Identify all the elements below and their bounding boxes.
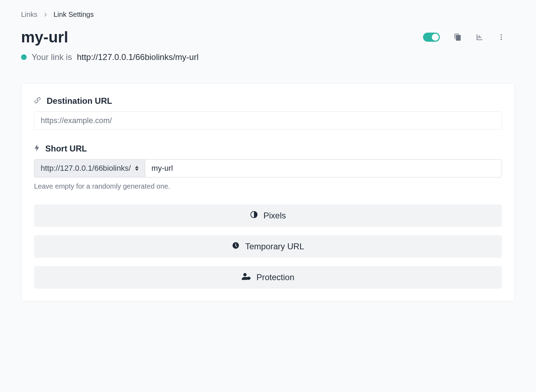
protection-accordion[interactable]: Protection	[34, 266, 502, 289]
svg-point-4	[243, 273, 247, 276]
link-url[interactable]: http://127.0.0.1/66biolinks/my-url	[77, 52, 199, 62]
status-dot	[21, 54, 27, 60]
destination-url-field: Destination URL	[34, 96, 502, 130]
enable-toggle[interactable]	[423, 33, 440, 42]
short-url-input-group: http://127.0.0.1/66biolinks/	[34, 159, 502, 177]
short-url-help: Leave empty for a randomly generated one…	[34, 182, 502, 190]
domain-select-value: http://127.0.0.1/66biolinks/	[41, 164, 131, 173]
page-header: my-url	[21, 28, 515, 46]
clock-icon	[232, 242, 240, 251]
svg-point-2	[501, 39, 502, 40]
temporary-url-label: Temporary URL	[245, 242, 304, 251]
destination-url-input[interactable]	[34, 111, 502, 130]
settings-card: Destination URL Short URL http://127.0.0…	[21, 83, 515, 302]
chevron-right-icon	[44, 12, 47, 18]
breadcrumb-current: Link Settings	[54, 11, 94, 19]
pixels-label: Pixels	[263, 211, 286, 221]
header-actions	[423, 33, 515, 42]
svg-point-0	[501, 34, 502, 36]
page-title: my-url	[21, 28, 68, 46]
destination-url-label: Destination URL	[34, 96, 502, 106]
user-shield-icon	[242, 272, 251, 282]
link-status-line: Your link is http://127.0.0.1/66biolinks…	[21, 52, 515, 62]
short-url-label: Short URL	[34, 144, 502, 154]
svg-point-1	[501, 36, 502, 38]
temporary-url-accordion[interactable]: Temporary URL	[34, 235, 502, 258]
pixels-accordion[interactable]: Pixels	[34, 204, 502, 227]
more-menu-icon[interactable]	[497, 33, 505, 41]
short-url-slug-input[interactable]	[145, 159, 502, 177]
breadcrumb: Links Link Settings	[21, 11, 515, 19]
select-caret-icon	[135, 166, 139, 171]
link-icon	[34, 96, 41, 106]
statistics-icon[interactable]	[476, 33, 483, 41]
link-label: Your link is	[32, 52, 72, 62]
copy-icon[interactable]	[454, 33, 462, 41]
bolt-icon	[34, 144, 40, 154]
contrast-icon	[250, 211, 258, 221]
breadcrumb-parent[interactable]: Links	[21, 11, 38, 19]
protection-label: Protection	[256, 272, 294, 282]
short-url-field: Short URL http://127.0.0.1/66biolinks/ L…	[34, 144, 502, 190]
domain-select[interactable]: http://127.0.0.1/66biolinks/	[34, 159, 145, 177]
